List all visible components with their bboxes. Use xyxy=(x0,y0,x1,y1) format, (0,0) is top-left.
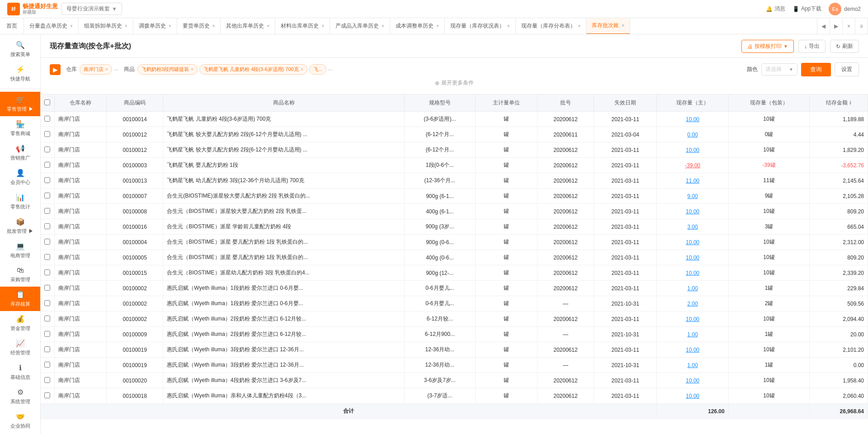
sidebar-item-shop[interactable]: 🏪 零售商城 xyxy=(0,116,40,141)
td-qty[interactable]: 10.00 xyxy=(657,342,728,358)
setting-button[interactable]: 设置 xyxy=(835,62,859,76)
export-button[interactable]: ↓ 导出 xyxy=(798,40,826,53)
tab-cailiao[interactable]: 材料出库单历史 × xyxy=(275,18,330,34)
tab-scroll-left[interactable]: ◀ xyxy=(817,18,830,34)
row-checkbox[interactable] xyxy=(44,116,50,122)
td-qty[interactable]: 1.00 xyxy=(657,281,728,296)
sidebar-item-marketing[interactable]: 📢 营销推广 xyxy=(0,141,40,165)
td-qty[interactable]: 3.00 xyxy=(657,219,728,235)
row-checkbox[interactable] xyxy=(44,177,50,183)
row-checkbox[interactable] xyxy=(44,392,50,398)
tab-yaohuo[interactable]: 要货单历史 × xyxy=(177,18,221,34)
product-more[interactable]: ··· xyxy=(328,66,333,73)
sidebar-quick-nav[interactable]: ⚡ 快捷导航 xyxy=(0,61,40,86)
tab-qitachu[interactable]: 其他出库单历史 × xyxy=(221,18,275,34)
row-checkbox[interactable] xyxy=(44,300,50,306)
td-qty[interactable]: 10.00 xyxy=(657,388,728,404)
tab-close-diaob[interactable]: × xyxy=(169,24,171,28)
td-qty[interactable]: 10.00 xyxy=(657,373,728,388)
sidebar-item-base[interactable]: ℹ 基础信息 xyxy=(0,360,40,384)
tab-close-batch[interactable]: × xyxy=(622,23,624,28)
tab-close-xiancun2[interactable]: × xyxy=(578,24,581,28)
tab-close-chanpin[interactable]: × xyxy=(382,24,384,28)
td-qty[interactable]: 10.00 xyxy=(657,311,728,327)
tab-home[interactable]: 首页 xyxy=(0,18,24,34)
td-qty[interactable]: 10.00 xyxy=(657,112,728,127)
tab-close-yaohuo[interactable]: × xyxy=(212,24,215,28)
sidebar-item-stats[interactable]: 📊 零售统计 xyxy=(0,189,40,214)
tab-chanpin[interactable]: 产成品入库单历史 × xyxy=(330,18,390,34)
filter-toggle-btn[interactable]: ▶ xyxy=(50,64,61,75)
td-qty[interactable]: 10.00 xyxy=(657,204,728,219)
tab-close-chengben[interactable]: × xyxy=(436,24,439,28)
td-qty[interactable]: 2.00 xyxy=(657,296,728,311)
row-checkbox[interactable] xyxy=(44,362,50,368)
td-qty[interactable]: 10.00 xyxy=(657,250,728,265)
tab-close-btn[interactable]: × xyxy=(843,18,855,34)
user-area[interactable]: Ea demo2 xyxy=(829,3,861,15)
sidebar-item-ecom[interactable]: 💻 电商管理 xyxy=(0,238,40,263)
row-checkbox[interactable] xyxy=(44,331,50,337)
tab-diaob[interactable]: 调拨单历史 × xyxy=(133,18,177,34)
tab-chengben[interactable]: 成本调整单历史 × xyxy=(390,18,445,34)
row-checkbox[interactable] xyxy=(44,285,50,291)
sidebar-search[interactable]: 🔍 搜索英单 xyxy=(0,37,40,61)
sidebar-item-finance[interactable]: 💰 资金管理 xyxy=(0,311,40,335)
td-qty[interactable]: -39.00 xyxy=(657,158,728,173)
message-btn[interactable]: 🔔 消息 xyxy=(766,5,785,13)
tab-zuzheng[interactable]: 组装拆卸单历史 × xyxy=(79,18,133,34)
sidebar-item-retail[interactable]: 🛒 零售管理 ▶ xyxy=(0,92,40,116)
tab-scroll-right[interactable]: ▶ xyxy=(830,18,843,34)
row-checkbox[interactable] xyxy=(44,377,50,383)
row-checkbox[interactable] xyxy=(44,146,50,152)
tab-close-qitachu[interactable]: × xyxy=(267,24,269,28)
query-button[interactable]: 查询 xyxy=(801,63,831,76)
color-select[interactable]: 请选择 ▼ xyxy=(761,63,797,75)
warehouse-more[interactable]: ··· xyxy=(114,66,118,73)
row-checkbox[interactable] xyxy=(44,223,50,229)
tab-menu-btn[interactable]: ≡ xyxy=(855,18,868,34)
row-checkbox[interactable] xyxy=(44,162,50,168)
sidebar-item-inventory[interactable]: 📋 库存核算 xyxy=(0,287,40,311)
row-checkbox[interactable] xyxy=(44,269,50,275)
sidebar-item-wholesale[interactable]: 📦 批发管理 ▶ xyxy=(0,214,40,238)
sidebar-item-collab[interactable]: 🤝 企业协同 xyxy=(0,409,40,433)
td-qty[interactable]: 10.00 xyxy=(657,235,728,250)
tab-close-xiancun1[interactable]: × xyxy=(507,24,510,28)
td-qty[interactable]: 0.00 xyxy=(657,127,728,142)
row-checkbox[interactable] xyxy=(44,131,50,137)
product-tag-2-close[interactable]: × xyxy=(301,67,303,72)
td-qty[interactable]: 10.00 xyxy=(657,265,728,281)
warehouse-tag-close[interactable]: × xyxy=(105,67,108,72)
td-qty[interactable]: 11.00 xyxy=(657,173,728,189)
td-qty[interactable]: 10.00 xyxy=(657,142,728,158)
tab-xiancun1[interactable]: 现存量（库存状况表） × xyxy=(445,18,516,34)
td-qty[interactable]: 1.00 xyxy=(657,327,728,342)
tab-xiancun2[interactable]: 现存量（库存分布表） × xyxy=(516,18,587,34)
td-qty[interactable]: 9.00 xyxy=(657,189,728,204)
tab-fenpan[interactable]: 分量盘点单历史 × xyxy=(24,18,79,34)
tab-close-fenpan[interactable]: × xyxy=(70,24,73,28)
product-tag-1-close[interactable]: × xyxy=(191,67,193,72)
row-checkbox[interactable] xyxy=(44,239,50,245)
expand-more-btn[interactable]: ⊕ 展开更多条件 xyxy=(50,76,859,90)
tab-close-zuzheng[interactable]: × xyxy=(125,24,127,28)
row-checkbox[interactable] xyxy=(44,193,50,198)
sidebar-item-system[interactable]: ⚙ 系统管理 xyxy=(0,384,40,409)
app-download-btn[interactable]: 📱 App下载 xyxy=(793,5,821,13)
sidebar-item-member[interactable]: 👤 会员中心 xyxy=(0,165,40,189)
refresh-button[interactable]: ↻ 刷新 xyxy=(830,40,859,53)
row-checkbox[interactable] xyxy=(44,346,50,352)
tab-kucun-batch[interactable]: 库存批次账 × xyxy=(586,18,630,34)
sidebar-item-purchase[interactable]: 🛍 采购管理 xyxy=(0,263,40,287)
row-checkbox[interactable] xyxy=(44,316,50,321)
tab-close-cailiao[interactable]: × xyxy=(321,24,324,28)
sidebar-item-operation[interactable]: 📈 经营管理 xyxy=(0,335,40,360)
company-selector[interactable]: 母婴行业演示账套 ▼ xyxy=(61,3,122,15)
select-all-checkbox[interactable] xyxy=(44,99,50,105)
amount-info-icon[interactable]: ℹ xyxy=(849,100,851,105)
row-checkbox[interactable] xyxy=(44,208,50,214)
td-qty[interactable]: 1.00 xyxy=(657,358,728,373)
print-button[interactable]: 🖨 按模板打印 ▼ xyxy=(741,40,794,53)
row-checkbox[interactable] xyxy=(44,254,50,260)
